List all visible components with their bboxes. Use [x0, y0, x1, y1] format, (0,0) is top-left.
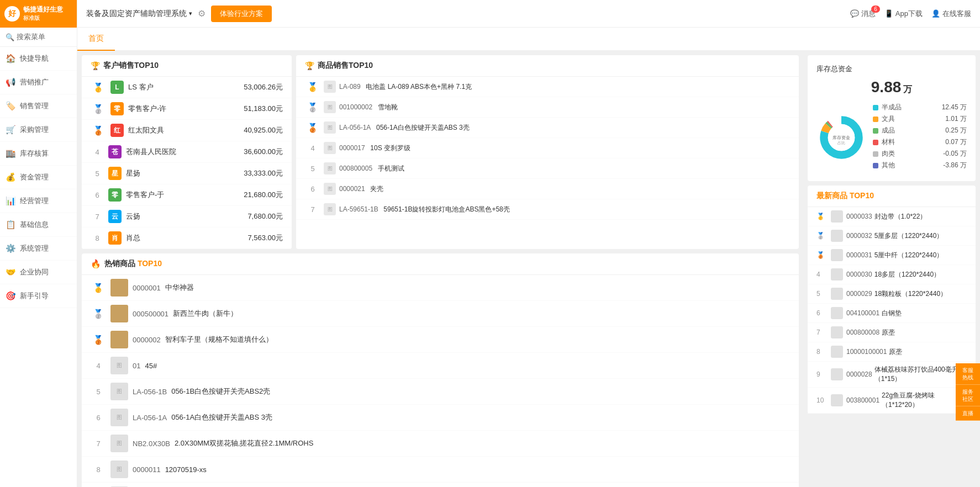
content: 🏆 客户销售TOP10 🥇 L LS 客户 53,006.26元 🥈 零 零售客…	[77, 51, 980, 487]
customer-rank-row: 5 星 星扬 33,333.00元	[82, 163, 292, 184]
legend-label: 肉类	[882, 149, 895, 158]
sidebar-item-system[interactable]: ⚙️ 系统管理	[0, 237, 77, 261]
svg-text:库存资金: 库存资金	[833, 135, 850, 140]
rank-number: 5	[91, 170, 104, 178]
hot-product-sales-body: 🥇 图 LA-089 电池盖 LA-089 ABS本色+黑种 7.1克 🥈 图 …	[296, 77, 799, 220]
sidebar-item-sales[interactable]: 🏷️ 销售管理	[0, 94, 77, 118]
sidebar-item-operations[interactable]: 📊 经营管理	[0, 189, 77, 213]
product-icon	[831, 268, 843, 280]
product-info: LA-59651-1B 59651-1B旋转投影灯电池盒ABS黑色+58壳	[339, 205, 790, 214]
product-code: 003800001	[846, 396, 879, 404]
rank-number: 🥇	[91, 82, 106, 93]
legend-dot	[873, 117, 878, 122]
float-community-btn[interactable]: 服务 社区	[956, 385, 980, 406]
customer-value: 33,333.00元	[244, 168, 283, 178]
sidebar-item-basic[interactable]: 📋 基础信息	[0, 213, 77, 237]
product-name: 中华神器	[165, 283, 194, 293]
legend-value: 0.07 万	[945, 137, 967, 147]
product-code: 01	[133, 362, 140, 370]
legend-value: 1.01 万	[945, 114, 967, 124]
sales-icon: 🏷️	[6, 101, 15, 111]
tab-home[interactable]: 首页	[77, 28, 115, 51]
newest-product-row: 4 0000030 18多层（1220*2440）	[808, 265, 976, 284]
gear-icon[interactable]: ⚙	[198, 8, 206, 19]
float-service-btn[interactable]: 客服 热线	[956, 363, 980, 385]
customer-value: 40,925.00元	[244, 125, 283, 135]
product-name: 12070519-xs	[165, 465, 207, 474]
dropdown-arrow-icon: ▾	[189, 10, 192, 17]
product-code: 0000030	[846, 271, 872, 278]
newest-products-body: 🥇 0000033 封边带（1.0*22） 🥈 0000032 5厘多层（122…	[808, 207, 976, 414]
app-download-label: App下载	[895, 9, 923, 19]
hot-product-sales-header: 🏆 商品销售TOP10	[296, 55, 799, 77]
rank-number: 7	[91, 213, 104, 221]
home-icon: 🏠	[6, 54, 15, 63]
messages-btn[interactable]: 💬 消息 6	[850, 9, 876, 19]
sidebar-item-inventory[interactable]: 🏬 库存核算	[0, 142, 77, 166]
product-code: 0000029	[846, 290, 872, 298]
sidebar-item-purchase[interactable]: 🛒 采购管理	[0, 118, 77, 142]
newest-product-row: 10 003800001 22g鱼豆腐-烧烤味（1*12*20）	[808, 388, 976, 414]
legend-dot	[873, 151, 878, 157]
rank-number: 🥉	[816, 251, 828, 259]
donut-container: 库存资金 占比 半成品 12.45 万 文具 1.01 万 成品 0.25 万 …	[816, 103, 967, 172]
rank-number: 8	[91, 465, 106, 474]
rank-number: 🥇	[816, 213, 828, 220]
product-name: 新西兰牛肉（新牛）	[173, 309, 238, 319]
sidebar-item-guide[interactable]: 🎯 新手引导	[0, 284, 77, 308]
online-service-btn[interactable]: 👤 在线客服	[931, 9, 971, 19]
product-name: 18多层（1220*2440）	[874, 270, 940, 279]
legend-list: 半成品 12.45 万 文具 1.01 万 成品 0.25 万 材料 0.07 …	[873, 103, 967, 172]
customer-avatar: 红	[110, 124, 124, 137]
customer-ranking-header: 🏆 客户销售TOP10	[82, 55, 292, 77]
nav-label: 采购管理	[20, 125, 49, 135]
top-section: 🏆 客户销售TOP10 🥇 L LS 客户 53,006.26元 🥈 零 零售客…	[77, 51, 803, 251]
sidebar-item-finance[interactable]: 💰 资金管理	[0, 166, 77, 189]
rank-number: 🥈	[91, 104, 106, 114]
product-icon: 图	[324, 162, 336, 174]
newest-product-row: 9 0000028 体械荔枝味苏打饮品400毫升（1*15）	[808, 362, 976, 388]
sidebar-item-collab[interactable]: 🤝 企业协同	[0, 261, 77, 284]
product-thumb: 图	[110, 383, 128, 400]
nav-label: 快捷导航	[20, 54, 49, 63]
system-title-text: 装备及固定资产辅助管理系统	[86, 9, 187, 19]
sidebar-search[interactable]: 🔍 搜索菜单	[0, 28, 77, 47]
medal-icon: 🥈	[307, 103, 318, 112]
product-code: NB2.0X30B	[133, 440, 170, 448]
hot-product-row: 🥉 0000002 智利车子里（规格不知道填什么）	[82, 327, 799, 353]
product-thumb	[110, 305, 128, 322]
customer-rank-row: 8 肖 肖总 7,563.00元	[82, 227, 292, 249]
product-icon	[831, 368, 843, 380]
legend-label: 文具	[882, 114, 895, 124]
product-thumb: 图	[110, 460, 128, 478]
trial-button[interactable]: 体验行业方案	[211, 6, 272, 22]
search-icon: 🔍	[6, 33, 14, 41]
customer-name: 零售客户-许	[128, 104, 244, 114]
page-nav: 首页	[77, 28, 980, 51]
newest-product-row: 5 0000029 18颗粒板（1220*2440）	[808, 284, 976, 304]
system-title-dropdown[interactable]: 装备及固定资产辅助管理系统 ▾	[86, 9, 192, 19]
product-icon	[831, 230, 843, 242]
fire-icon: 🔥	[91, 259, 101, 269]
product-code: LA-056-1A	[133, 414, 167, 422]
app-download-btn[interactable]: 📱 App下载	[884, 9, 923, 19]
rank-number: 7	[305, 205, 320, 214]
legend-item: 半成品 12.45 万	[873, 103, 967, 112]
customer-name: 星扬	[126, 168, 244, 178]
product-info: 0000017 10S 变刹罗级	[339, 144, 790, 153]
hot-product-sales-row: 🥈 图 001000002 雪地靴	[296, 97, 799, 118]
mobile-icon: 📱	[884, 9, 893, 18]
operations-icon: 📊	[6, 196, 15, 206]
sidebar-item-marketing[interactable]: 📢 营销推广	[0, 71, 77, 94]
trophy-icon: 🏆	[91, 61, 100, 70]
medal-icon: 🥉	[93, 126, 104, 135]
customer-value: 53,006.26元	[244, 82, 283, 92]
sidebar-item-home[interactable]: 🏠 快捷导航	[0, 47, 77, 71]
customer-name: LS 客户	[128, 82, 244, 92]
product-code: 000800008	[846, 329, 879, 336]
product-name: 体械荔枝味苏打饮品400毫升（1*15）	[874, 365, 967, 384]
rank-number: 🥉	[91, 335, 106, 345]
legend-value: -0.05 万	[943, 149, 967, 158]
float-live-btn[interactable]: 直播	[956, 406, 980, 421]
nav-label: 资金管理	[20, 172, 49, 182]
